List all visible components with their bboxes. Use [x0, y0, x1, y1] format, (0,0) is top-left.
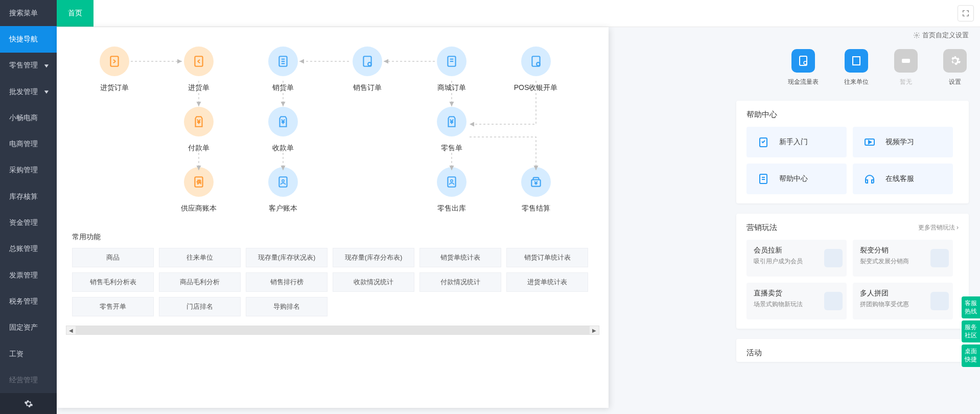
scroll-left-arrow[interactable]: ◀ — [66, 326, 76, 334]
sidebar-settings[interactable] — [0, 393, 57, 414]
flow-retail-bill[interactable]: ¥零售单 — [409, 107, 494, 153]
ribbon-cashflow[interactable]: 现金流量表 — [788, 49, 819, 86]
common-functions: 常用功能 商品往来单位现存量(库存状况表)现存量(库存分布表)销货单统计表销货订… — [57, 233, 609, 323]
sidebar-inventory-accounting[interactable]: 库存核算 — [0, 183, 57, 210]
flow-purchase-bill[interactable]: 进货单 — [156, 47, 241, 93]
right-panels: 首页自定义设置 现金流量表 往来单位 暂无 设置 帮助中心 新手入门 视频学习 … — [736, 31, 969, 372]
float-community[interactable]: 服务社区 — [962, 320, 980, 342]
help-getting-started[interactable]: 新手入门 — [746, 127, 847, 157]
home-customize-link[interactable]: 首页自定义设置 — [736, 31, 969, 40]
common-btn-5[interactable]: 销货订单统计表 — [506, 248, 588, 267]
common-btn-6[interactable]: 销售毛利分析表 — [72, 272, 154, 292]
headset-icon — [864, 173, 876, 185]
svg-rect-10 — [195, 56, 202, 66]
sidebar-wholesale-mgmt[interactable]: 批发管理▼ — [0, 79, 57, 105]
common-btn-12[interactable]: 零售开单 — [72, 297, 154, 316]
ribbon-row: 现金流量表 往来单位 暂无 设置 — [736, 49, 969, 86]
market-item-2[interactable]: 直播卖货场景式购物新玩法 — [746, 283, 847, 319]
float-buttons: 客服热线 服务社区 桌面快捷 — [962, 296, 980, 369]
svg-rect-9 — [110, 56, 118, 66]
common-btn-7[interactable]: 商品毛利分析 — [159, 272, 241, 292]
svg-text:供: 供 — [196, 179, 201, 185]
caret-down-icon: ▼ — [43, 63, 50, 68]
sidebar-ecom-mgmt[interactable]: 电商管理 — [0, 131, 57, 157]
flow-mall-order[interactable]: 商城订单 — [409, 47, 494, 93]
activity-panel: 活动 — [736, 339, 969, 362]
common-btn-14[interactable]: 导购排名 — [246, 297, 328, 316]
svg-rect-36 — [853, 57, 860, 65]
flow-customer-ledger[interactable]: 客户账本 — [241, 167, 325, 213]
help-center-panel: 帮助中心 新手入门 视频学习 帮助中心 在线客服 — [736, 101, 969, 203]
common-btn-8[interactable]: 销售排行榜 — [246, 272, 328, 292]
svg-text:¥: ¥ — [281, 119, 285, 125]
common-btn-10[interactable]: 付款情况统计 — [419, 272, 501, 292]
flow-payment-bill[interactable]: ¥付款单 — [156, 107, 241, 153]
flow-retail-settlement[interactable]: ¥零售结算 — [494, 167, 578, 213]
ribbon-settings[interactable]: 设置 — [943, 49, 967, 86]
marketing-more-link[interactable]: 更多营销玩法 › — [918, 223, 959, 232]
sidebar-xiaochang-ecom[interactable]: 小畅电商 — [0, 105, 57, 131]
gear-icon — [24, 399, 33, 408]
market-item-0[interactable]: 会员拉新吸引用户成为会员 — [746, 240, 847, 277]
flow-pos-open[interactable]: POS收银开单 — [494, 47, 578, 93]
svg-point-21 — [536, 62, 540, 66]
flow-retail-outbound[interactable]: 零售出库 — [409, 167, 494, 213]
common-btn-1[interactable]: 往来单位 — [159, 248, 241, 267]
float-desktop-shortcut[interactable]: 桌面快捷 — [962, 344, 980, 366]
sidebar-tax-mgmt[interactable]: 税务管理 — [0, 288, 57, 314]
ribbon-contacts[interactable]: 往来单位 — [844, 49, 869, 86]
svg-point-33 — [916, 34, 918, 36]
marketing-panel: 营销玩法 更多营销玩法 › 会员拉新吸引用户成为会员裂变分销裂变式发展分销商直播… — [736, 214, 969, 329]
sidebar-purchase-mgmt[interactable]: 采购管理 — [0, 157, 57, 183]
quick-nav-popup: 进货订单 进货单 销货单 销售订单 商城订单 POS收银开单 ¥付款单 ¥收款单… — [57, 27, 609, 408]
flow-diagram: 进货订单 进货单 销货单 销售订单 商城订单 POS收银开单 ¥付款单 ¥收款单… — [57, 27, 609, 233]
common-btn-11[interactable]: 进货单统计表 — [506, 272, 588, 292]
sidebar-fund-mgmt[interactable]: 资金管理 — [0, 210, 57, 236]
market-item-3[interactable]: 多人拼团拼团购物享受优惠 — [853, 283, 953, 319]
help-online-service[interactable]: 在线客服 — [853, 164, 953, 194]
common-btn-0[interactable]: 商品 — [72, 248, 154, 267]
svg-text:¥: ¥ — [449, 119, 453, 125]
help-video[interactable]: 视频学习 — [853, 127, 953, 157]
float-hotline[interactable]: 客服热线 — [962, 296, 980, 318]
sidebar-ledger-mgmt[interactable]: 总账管理 — [0, 236, 57, 262]
tab-bar: 首页 — [57, 0, 980, 27]
flow-sales-bill[interactable]: 销货单 — [241, 47, 325, 93]
flow-supplier-ledger[interactable]: 供供应商账本 — [156, 167, 241, 213]
horizontal-scrollbar[interactable]: ◀ ▶ — [66, 326, 599, 335]
sidebar-salary[interactable]: 工资 — [0, 341, 57, 367]
flow-purchase-order[interactable]: 进货订单 — [72, 47, 156, 93]
common-btn-9[interactable]: 收款情况统计 — [333, 272, 414, 292]
svg-text:¥: ¥ — [534, 180, 538, 186]
marketing-title: 营销玩法 — [746, 223, 777, 233]
scroll-right-arrow[interactable]: ▶ — [590, 326, 599, 334]
sidebar-search-menu[interactable]: 搜索菜单 — [0, 0, 57, 26]
sidebar-retail-mgmt[interactable]: 零售管理▼ — [0, 53, 57, 79]
common-btn-2[interactable]: 现存量(库存状况表) — [246, 248, 328, 267]
common-btn-3[interactable]: 现存量(库存分布表) — [333, 248, 414, 267]
sidebar: 搜索菜单 快捷导航 零售管理▼ 批发管理▼ 小畅电商 电商管理 采购管理 库存核… — [0, 0, 57, 414]
svg-point-16 — [368, 62, 371, 66]
ribbon-empty[interactable]: 暂无 — [894, 49, 918, 86]
activity-title: 活动 — [746, 348, 959, 358]
common-btn-4[interactable]: 销货单统计表 — [419, 248, 501, 267]
sidebar-quick-nav[interactable]: 快捷导航 — [0, 26, 57, 52]
tab-home[interactable]: 首页 — [57, 0, 94, 27]
flow-receipt-bill[interactable]: ¥收款单 — [241, 107, 325, 153]
clipboard-icon — [757, 136, 769, 148]
sidebar-overflow-item[interactable]: 经营管理 — [0, 367, 57, 393]
fullscreen-button[interactable] — [958, 5, 974, 21]
building-icon — [850, 55, 862, 67]
common-btn-13[interactable]: 门店排名 — [159, 297, 241, 316]
sidebar-fixed-assets[interactable]: 固定资产 — [0, 315, 57, 341]
scroll-track[interactable] — [76, 326, 590, 334]
placeholder-icon — [900, 55, 912, 67]
gear-icon — [949, 55, 961, 67]
flow-sales-order[interactable]: 销售订单 — [325, 47, 409, 93]
sidebar-invoice-mgmt[interactable]: 发票管理 — [0, 262, 57, 288]
svg-rect-15 — [363, 56, 371, 66]
report-icon — [797, 55, 809, 67]
help-center[interactable]: 帮助中心 — [746, 164, 847, 194]
market-item-1[interactable]: 裂变分销裂变式发展分销商 — [853, 240, 953, 277]
common-functions-title: 常用功能 — [72, 233, 593, 242]
